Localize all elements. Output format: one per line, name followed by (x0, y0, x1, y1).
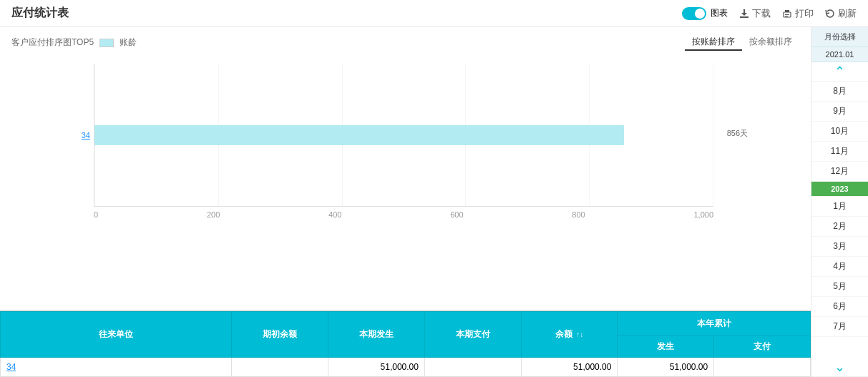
chart-header: 客户应付排序图TOP5 账龄 按账龄排序 按余额排序 (11, 34, 799, 51)
x-label-0: 0 (94, 210, 98, 228)
sidebar-month-item[interactable]: 2月 (811, 217, 868, 237)
sidebar-month-item[interactable]: 6月 (811, 297, 868, 317)
right-sidebar: 月份选择 2021.01 ⌃ 8月9月10月11月12月20231月2月3月4月… (811, 27, 868, 377)
sidebar-month-item[interactable]: 2023 (811, 182, 868, 197)
col-period-pay-header: 本期支付 (424, 312, 521, 358)
sidebar-month-select-label: 月份选择 (811, 27, 868, 47)
chart-legend: 客户应付排序图TOP5 账龄 (11, 36, 137, 49)
sidebar-month-item[interactable]: 11月 (811, 142, 868, 162)
svg-rect-0 (740, 16, 748, 18)
sidebar-month-item[interactable]: 10月 (811, 122, 868, 142)
print-button[interactable]: 打印 (782, 7, 814, 20)
bar-days-label: 856天 (727, 128, 748, 139)
table-body: 34 51,000.00 51,000.00 51,000.00 (1, 358, 811, 377)
period-pay-cell (424, 358, 521, 377)
chevron-up-icon: ⌃ (834, 65, 845, 78)
sort-by-amount-button[interactable]: 按账龄排序 (685, 34, 742, 51)
year-occur-cell: 51,000.00 (618, 358, 714, 377)
sidebar-nav-up-button[interactable]: ⌃ (811, 62, 868, 82)
bar-fill-34 (94, 125, 624, 145)
data-table: 往来单位 期初余额 本期发生 本期支付 余额 ↑↓ 本年累计 发生 (0, 311, 811, 377)
period-occur-cell: 51,000.00 (328, 358, 425, 377)
x-label-800: 800 (572, 210, 585, 228)
x-axis: 0 200 400 600 800 1,000 (94, 210, 713, 228)
header: 应付统计表 图表 下载 打印 刷新 (0, 0, 868, 27)
bar-chart: 34 (11, 57, 799, 257)
svg-rect-2 (785, 14, 789, 15)
x-label-200: 200 (207, 210, 220, 228)
chart-area: 客户应付排序图TOP5 账龄 按账龄排序 按余额排序 34 (0, 27, 811, 310)
print-icon (782, 9, 792, 19)
bars-area: 856天 (94, 64, 713, 207)
x-label-600: 600 (450, 210, 463, 228)
col-year-occur-header: 发生 (618, 336, 714, 358)
chart-toggle-label: 图表 (711, 7, 728, 19)
refresh-icon (825, 9, 835, 19)
col-balance-header: 余额 ↑↓ (521, 312, 618, 358)
legend-box-icon (99, 39, 114, 47)
sort-by-balance-button[interactable]: 按余额排序 (742, 34, 799, 51)
sidebar-month-item[interactable]: 8月 (811, 82, 868, 102)
sidebar-month-item[interactable]: 9月 (811, 102, 868, 122)
balance-cell: 51,000.00 (521, 358, 618, 377)
year-pay-cell (714, 358, 811, 377)
sidebar-month-item[interactable]: 7月 (811, 317, 868, 337)
unit-cell[interactable]: 34 (1, 358, 232, 377)
col-year-pay-header: 支付 (714, 336, 811, 358)
x-label-400: 400 (328, 210, 341, 228)
col-year-cumulative-header: 本年累计 (618, 312, 811, 336)
sidebar-month-item[interactable]: 4月 (811, 257, 868, 277)
sidebar-month-item[interactable]: 3月 (811, 237, 868, 257)
chart-toggle[interactable] (682, 7, 706, 20)
chart-toggle-wrap: 图表 (682, 7, 728, 20)
col-unit-header: 往来单位 (1, 312, 232, 358)
legend-prefix-label: 客户应付排序图TOP5 (11, 36, 94, 49)
y-axis-label: 34 (82, 131, 90, 139)
table-area: 往来单位 期初余额 本期发生 本期支付 余额 ↑↓ 本年累计 发生 (0, 310, 811, 377)
sidebar-current-year-month: 2021.01 (811, 47, 868, 62)
x-label-1000: 1,000 (693, 210, 713, 228)
legend-label: 账龄 (120, 36, 137, 49)
balance-sort-icon: ↑↓ (576, 331, 583, 338)
period-balance-cell (232, 358, 328, 377)
sidebar-months-list: 8月9月10月11月12月20231月2月3月4月5月6月7月 (811, 82, 868, 358)
sidebar-month-item[interactable]: 1月 (811, 197, 868, 217)
sidebar-month-item[interactable]: 12月 (811, 162, 868, 182)
page-title: 应付统计表 (11, 6, 69, 21)
sidebar-month-item[interactable]: 5月 (811, 277, 868, 297)
col-period-balance-header: 期初余额 (232, 312, 328, 358)
chevron-down-icon: ⌄ (834, 361, 845, 373)
bar-row-34: 856天 (94, 125, 713, 145)
header-actions: 图表 下载 打印 刷新 (682, 7, 857, 20)
app-container: 应付统计表 图表 下载 打印 刷新 (0, 0, 868, 377)
col-period-occur-header: 本期发生 (328, 312, 425, 358)
table-row: 34 51,000.00 51,000.00 51,000.00 (1, 358, 811, 377)
chart-sort-buttons: 按账龄排序 按余额排序 (685, 34, 799, 51)
sidebar-nav-down-button[interactable]: ⌄ (811, 358, 868, 377)
download-button[interactable]: 下载 (739, 7, 771, 20)
refresh-button[interactable]: 刷新 (825, 7, 857, 20)
left-panel: 客户应付排序图TOP5 账龄 按账龄排序 按余额排序 34 (0, 27, 811, 377)
svg-rect-3 (785, 16, 788, 16)
chart-inner: 34 (54, 64, 756, 228)
main-content: 客户应付排序图TOP5 账龄 按账龄排序 按余额排序 34 (0, 27, 868, 377)
download-icon (739, 9, 749, 19)
